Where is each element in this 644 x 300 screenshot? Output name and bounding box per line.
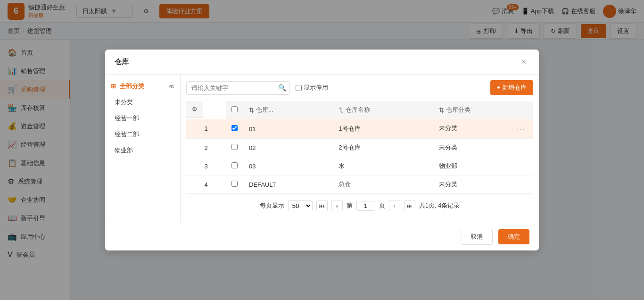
row-number: 2 (186, 139, 226, 157)
search-input-wrap: 🔍 (186, 81, 290, 95)
show-disabled-label[interactable]: 显示停用 (296, 83, 328, 92)
row-category: 未分类 ··· (433, 119, 533, 139)
row-name: 水 (333, 157, 433, 175)
per-page-select[interactable]: 50 100 (288, 200, 313, 211)
show-disabled-checkbox[interactable] (296, 85, 302, 91)
column-settings[interactable]: ⚙ (186, 101, 203, 118)
total-info: 共1页, 4条记录 (419, 201, 460, 210)
sort-icon-category[interactable]: ⇅ (439, 107, 444, 114)
last-page-button[interactable]: ⏭ (404, 200, 415, 211)
row-checkbox-cell[interactable] (226, 175, 243, 194)
cancel-button[interactable]: 取消 (461, 229, 493, 245)
page-number-input[interactable] (356, 201, 375, 211)
row-number: 4 (186, 175, 226, 194)
column-category: ⇅ 仓库分类 (433, 101, 533, 119)
table-row[interactable]: 4 DEFAULT 总仓 未分类 (186, 175, 533, 194)
row-checkbox-cell[interactable] (226, 119, 243, 139)
row-code: 02 (243, 139, 333, 157)
modal-footer: 取消 确定 (105, 223, 539, 250)
row-code: 01 (243, 119, 333, 139)
grid-icon: ⊞ (111, 83, 116, 90)
category-item-ops2[interactable]: 经营二部 (105, 126, 180, 142)
search-input[interactable] (186, 81, 290, 95)
warehouse-modal: 仓库 × ⊞ 全部分类 ≪ 未分类 经营一部 经营二部 物业部 (105, 50, 539, 250)
category-item-property[interactable]: 物业部 (105, 142, 180, 158)
table-row[interactable]: 1 01 1号仓库 未分类 ··· (186, 119, 533, 139)
row-checkbox[interactable] (231, 144, 238, 150)
per-page-label: 每页显示 (260, 201, 284, 210)
pagination-bar: 每页显示 50 100 ⏮ ‹ 第 页 › ⏭ 共1页, 4条记录 (186, 194, 533, 217)
row-actions-icon[interactable]: ··· (514, 124, 528, 133)
sort-icon[interactable]: ⇅ (249, 107, 254, 114)
modal-title: 仓库 (115, 58, 129, 67)
modal-table-area: 🔍 显示停用 + 新增仓库 ⚙ (181, 75, 539, 223)
column-checkbox[interactable] (226, 101, 243, 119)
row-number: 3 (186, 157, 226, 175)
row-checkbox-cell[interactable] (226, 157, 243, 175)
confirm-button[interactable]: 确定 (498, 229, 529, 244)
modal-overlay: 仓库 × ⊞ 全部分类 ≪ 未分类 经营一部 经营二部 物业部 (0, 0, 644, 300)
table-row[interactable]: 2 02 2号仓库 未分类 (186, 139, 533, 157)
column-settings-icon: ⚙ (192, 106, 198, 113)
next-page-button[interactable]: › (389, 200, 400, 211)
page-label-prefix: 第 (347, 201, 353, 210)
row-category: 物业部 (433, 157, 533, 175)
page-label-suffix: 页 (379, 201, 385, 210)
modal-close-button[interactable]: × (518, 56, 529, 67)
row-checkbox[interactable] (231, 162, 238, 168)
row-number: 1 (186, 119, 226, 139)
first-page-button[interactable]: ⏮ (316, 200, 328, 211)
category-item-ops1[interactable]: 经营一部 (105, 110, 180, 126)
category-header[interactable]: ⊞ 全部分类 ≪ (105, 78, 180, 94)
category-sidebar: ⊞ 全部分类 ≪ 未分类 经营一部 经营二部 物业部 (105, 75, 181, 223)
prev-page-button[interactable]: ‹ (331, 200, 343, 211)
row-name: 1号仓库 (333, 119, 433, 139)
table-header-row: ⚙ ⇅ 仓库... (186, 101, 533, 119)
category-item-unclassified[interactable]: 未分类 (105, 94, 180, 110)
row-checkbox[interactable] (231, 125, 238, 131)
column-code: ⇅ 仓库... (243, 101, 333, 119)
column-name: ⇅ 仓库名称 (333, 101, 433, 119)
search-icon: 🔍 (278, 84, 286, 92)
row-checkbox[interactable] (231, 181, 238, 187)
add-warehouse-button[interactable]: + 新增仓库 (490, 80, 533, 95)
row-name: 2号仓库 (333, 139, 433, 157)
row-checkbox-cell[interactable] (226, 139, 243, 157)
row-code: 03 (243, 157, 333, 175)
warehouse-table: ⚙ ⇅ 仓库... (186, 101, 533, 194)
row-category: 未分类 (433, 139, 533, 157)
row-name: 总仓 (333, 175, 433, 194)
table-container: ⚙ ⇅ 仓库... (186, 101, 533, 194)
modal-body: ⊞ 全部分类 ≪ 未分类 经营一部 经营二部 物业部 🔍 (105, 75, 539, 223)
sort-icon-name[interactable]: ⇅ (339, 107, 344, 114)
collapse-icon[interactable]: ≪ (168, 83, 174, 90)
modal-search-bar: 🔍 显示停用 + 新增仓库 (186, 80, 533, 95)
row-code: DEFAULT (243, 175, 333, 194)
row-category: 未分类 (433, 175, 533, 194)
table-row[interactable]: 3 03 水 物业部 (186, 157, 533, 175)
modal-header: 仓库 × (105, 50, 539, 75)
select-all-checkbox[interactable] (231, 106, 238, 112)
